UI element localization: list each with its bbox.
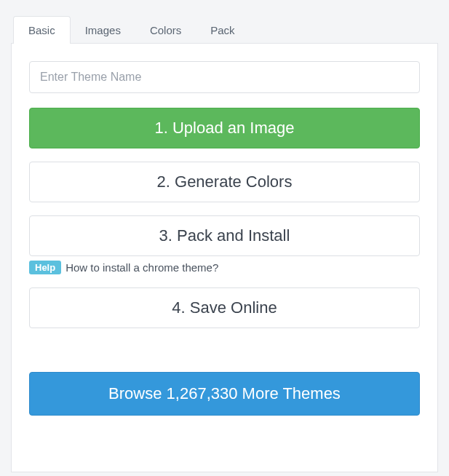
help-badge[interactable]: Help xyxy=(29,261,61,274)
generate-colors-button[interactable]: 2. Generate Colors xyxy=(29,162,420,202)
help-row: Help How to install a chrome theme? xyxy=(29,261,420,274)
browse-themes-button[interactable]: Browse 1,267,330 More Themes xyxy=(29,372,420,416)
tab-pack[interactable]: Pack xyxy=(196,16,249,44)
tab-colors[interactable]: Colors xyxy=(135,16,196,44)
tabs-bar: Basic Images Colors Pack xyxy=(0,0,449,44)
save-online-button[interactable]: 4. Save Online xyxy=(29,287,420,328)
tab-basic[interactable]: Basic xyxy=(13,16,71,44)
upload-image-button[interactable]: 1. Upload an Image xyxy=(29,108,420,148)
tab-images[interactable]: Images xyxy=(71,16,135,44)
pack-install-button[interactable]: 3. Pack and Install xyxy=(29,215,420,256)
theme-name-input[interactable] xyxy=(29,61,420,93)
help-link[interactable]: How to install a chrome theme? xyxy=(65,261,218,274)
tab-panel-basic: 1. Upload an Image 2. Generate Colors 3.… xyxy=(11,43,438,472)
